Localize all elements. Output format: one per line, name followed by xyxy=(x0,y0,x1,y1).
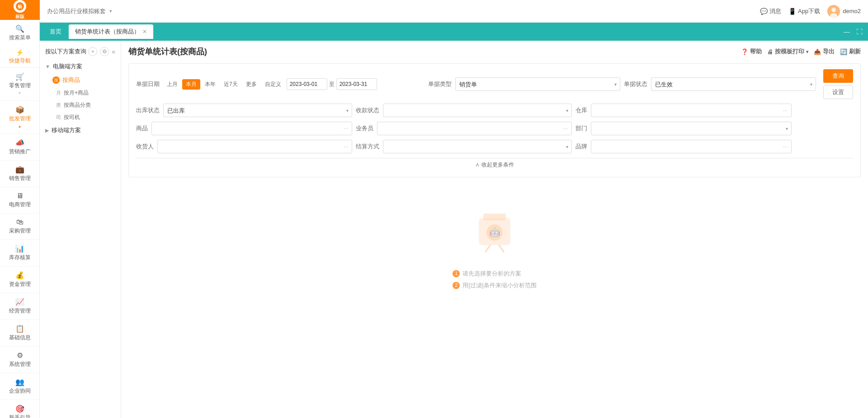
sidebar-item-system[interactable]: ⚙ 系统管理 xyxy=(0,347,39,373)
date-to-input[interactable] xyxy=(336,78,377,90)
date-tab-custom[interactable]: 自定义 xyxy=(261,79,285,90)
sidebar-item-sales[interactable]: 💼 销售管理 xyxy=(0,161,39,187)
payment-status-field: 收款状态 ▾ xyxy=(356,104,572,117)
brand-label: 品牌 xyxy=(576,142,587,151)
empty-tips: 1 请先选择要分析的方案 2 用[过滤]条件来缩小分析范围 xyxy=(453,268,536,291)
username-label: demo2 xyxy=(843,8,861,14)
brand-field: 品牌 ··· xyxy=(576,140,792,153)
warehouse-dots-icon: ··· xyxy=(783,107,788,114)
sidebar-item-retail[interactable]: 🛒 零售管理 ▾ xyxy=(0,68,39,101)
filter-panel-icons: + ⚙ « xyxy=(88,47,115,56)
payment-method-select[interactable] xyxy=(383,140,572,153)
print-arrow-icon: ▾ xyxy=(806,49,808,54)
filter-sub-item-goods-category[interactable]: 类 按商品分类 xyxy=(40,99,121,111)
tab-home[interactable]: 首页 xyxy=(43,24,68,39)
warehouse-field: 仓库 ··· xyxy=(576,104,792,117)
sidebar-item-search[interactable]: 🔍 搜索菜单 xyxy=(0,20,39,46)
tab-expand-btn[interactable]: ⛶ xyxy=(854,26,864,37)
filter-sub-item-month-goods[interactable]: 月 按月+商品 xyxy=(40,87,121,99)
brand-input[interactable]: ··· xyxy=(591,140,792,153)
filter-panel: 按以下方案查询 + ⚙ « ▼ 电脑端方案 按 按商品 月 按月+商品 xyxy=(40,41,121,418)
date-tab-this-year[interactable]: 本年 xyxy=(201,79,219,90)
filter-item-by-goods[interactable]: 按 按商品 xyxy=(40,73,121,87)
sidebar-item-purchase[interactable]: 🛍 采购管理 xyxy=(0,214,39,240)
tab-report[interactable]: 销货单统计表（按商品） ✕ xyxy=(69,24,153,39)
sidebar-item-basic-info[interactable]: 📋 基础信息 xyxy=(0,320,39,347)
sidebar-item-enterprise-collab[interactable]: 👥 企业协同 xyxy=(0,373,39,400)
date-tab-last-month[interactable]: 上月 xyxy=(163,79,181,90)
group-arrow-pc: ▼ xyxy=(45,64,50,69)
goods-label: 商品 xyxy=(136,124,148,133)
warehouse-status-select[interactable]: 已出库 xyxy=(163,104,352,117)
purchase-icon: 🛍 xyxy=(2,218,38,226)
basic-info-icon: 📋 xyxy=(2,324,38,333)
recipient-label: 收货人 xyxy=(136,142,154,151)
print-icon: 🖨 xyxy=(767,48,773,55)
warehouse-status-label: 出库状态 xyxy=(136,106,160,114)
payment-status-wrapper: ▾ xyxy=(383,104,572,117)
form-row-2: 出库状态 已出库 ▾ 收款状态 xyxy=(136,104,853,117)
date-tab-this-month[interactable]: 本月 xyxy=(182,79,200,90)
filter-settings-btn[interactable]: ⚙ xyxy=(100,47,109,56)
department-select[interactable] xyxy=(591,122,792,135)
doc-type-select-wrapper: 销货单 ▾ xyxy=(455,77,620,91)
filter-add-btn[interactable]: + xyxy=(88,47,97,56)
tab-minimize-btn[interactable]: — xyxy=(842,26,852,37)
filter-group-pc[interactable]: ▼ 电脑端方案 xyxy=(40,60,121,73)
help-btn[interactable]: ❓ 帮助 xyxy=(741,48,762,56)
empty-tip-1: 1 请先选择要分析的方案 xyxy=(453,268,536,280)
payment-method-field: 结算方式 ▾ xyxy=(356,140,572,153)
sidebar-item-inventory[interactable]: 📊 库存核算 xyxy=(0,240,39,266)
page-title-actions: ❓ 帮助 🖨 按模板打印 ▾ 📤 导出 🔄 xyxy=(741,48,861,56)
template-print-btn[interactable]: 🖨 按模板打印 ▾ xyxy=(767,48,808,56)
page-title-text: 销货单统计表(按商品) xyxy=(128,46,207,57)
sidebar-item-operations[interactable]: 📈 经营管理 xyxy=(0,293,39,320)
message-btn[interactable]: 💬 消息 xyxy=(760,7,781,15)
sidebar-item-finance[interactable]: 💰 资金管理 xyxy=(0,266,39,293)
help-icon: ❓ xyxy=(741,48,748,55)
filter-sub-item-driver[interactable]: 司 按司机 xyxy=(40,111,121,124)
sidebar-item-ecommerce[interactable]: 🖥 电商管理 xyxy=(0,187,39,214)
doc-type-select[interactable]: 销货单 xyxy=(455,77,620,91)
sidebar-item-wholesale[interactable]: 📦 批发管理 ▴ xyxy=(0,101,39,134)
salesperson-field: 业务员 ··· xyxy=(356,122,572,135)
settings-button[interactable]: 设置 xyxy=(823,86,853,99)
operations-icon: 📈 xyxy=(2,298,38,306)
tab-bar-right: — ⛶ xyxy=(842,26,864,37)
form-row-1: 单据日期 上月 本月 本年 近7天 更多 自定义 xyxy=(136,69,853,99)
refresh-btn[interactable]: 🔄 刷新 xyxy=(840,48,861,56)
filter-collapse-btn[interactable]: « xyxy=(112,48,115,55)
doc-type-label: 单据类型 xyxy=(428,80,452,88)
user-profile-btn[interactable]: demo2 xyxy=(827,5,861,18)
date-tab-7days[interactable]: 近7天 xyxy=(220,79,241,90)
svg-text:🤖: 🤖 xyxy=(489,227,500,238)
salesperson-input[interactable]: ··· xyxy=(377,122,572,135)
doc-status-label: 单据状态 xyxy=(624,80,647,88)
doc-type-field: 单据类型 销货单 ▾ xyxy=(428,77,620,91)
header-right: 💬 消息 📱 App下载 demo2 xyxy=(760,5,861,18)
collapse-conditions-btn[interactable]: ∧ 收起更多条件 xyxy=(136,158,853,171)
warehouse-input[interactable]: ··· xyxy=(591,104,792,117)
payment-status-select[interactable] xyxy=(383,104,572,117)
sidebar-item-marketing[interactable]: 📣 营销推广 xyxy=(0,134,39,161)
app-download-btn[interactable]: 📱 App下载 xyxy=(788,7,820,15)
sidebar-item-quicknav[interactable]: ⚡ 快捷导航 xyxy=(0,46,39,68)
query-button[interactable]: 查询 xyxy=(823,69,853,83)
download-icon: 📱 xyxy=(788,8,796,15)
sidebar-item-newbie[interactable]: 🎯 新手引导 xyxy=(0,400,39,418)
date-from-input[interactable] xyxy=(287,78,327,90)
export-btn[interactable]: 📤 导出 xyxy=(814,48,835,56)
industry-dropdown-icon[interactable]: ▾ xyxy=(109,8,112,14)
refresh-icon: 🔄 xyxy=(840,48,847,55)
filter-group-mobile[interactable]: ▶ 移动端方案 xyxy=(40,124,121,137)
doc-status-select[interactable]: 已生效 xyxy=(651,77,816,91)
recipient-input[interactable]: ··· xyxy=(157,140,352,153)
goods-input[interactable]: ··· xyxy=(151,122,352,135)
payment-method-wrapper: ▾ xyxy=(383,140,572,153)
date-tab-more[interactable]: 更多 xyxy=(242,79,260,90)
department-label: 部门 xyxy=(576,124,587,133)
tab-close-icon[interactable]: ✕ xyxy=(142,28,147,35)
salesperson-label: 业务员 xyxy=(356,124,373,133)
date-label: 单据日期 xyxy=(136,80,160,88)
logo-icon: 畅 xyxy=(14,0,26,13)
